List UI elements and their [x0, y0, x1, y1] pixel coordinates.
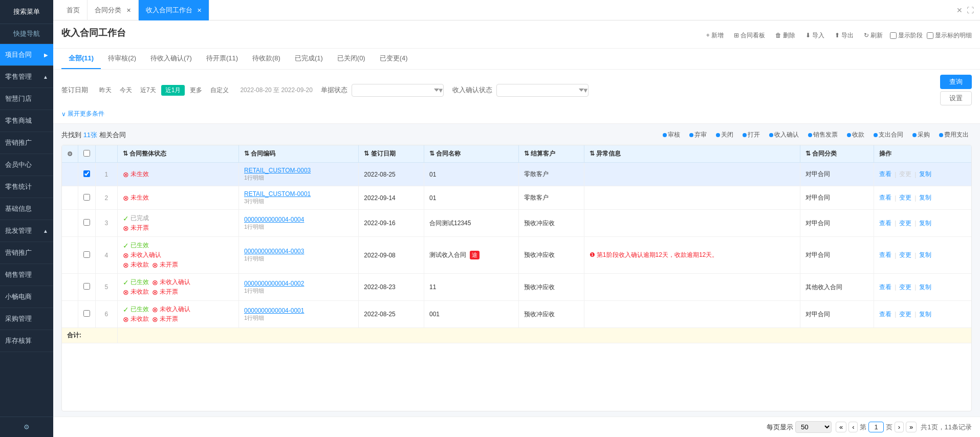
- view-button[interactable]: 查看: [879, 193, 891, 202]
- sidebar-item-retail-stats[interactable]: 零售统计: [0, 176, 53, 198]
- sidebar-item-xiaochang[interactable]: 小畅电商: [0, 286, 53, 308]
- filter-tab-closed[interactable]: 已关闭(0): [330, 49, 373, 69]
- change-button[interactable]: 变更: [899, 283, 911, 292]
- sidebar-item-base-info[interactable]: 基础信息: [0, 198, 53, 220]
- date-opt-yesterday[interactable]: 昨天: [96, 85, 115, 96]
- date-opt-last7[interactable]: 近7天: [137, 85, 159, 96]
- filter-tab-all[interactable]: 全部(11): [61, 49, 101, 69]
- expand-conditions-button[interactable]: ∨ 展开更多条件: [61, 110, 972, 118]
- sales-invoice-button[interactable]: 销售发票: [805, 129, 841, 141]
- close-icon[interactable]: ✕: [126, 7, 131, 13]
- copy-button[interactable]: 复制: [919, 310, 931, 319]
- copy-button[interactable]: 复制: [919, 193, 931, 202]
- income-confirm-button[interactable]: 收入确认: [766, 129, 802, 141]
- expense-out-button[interactable]: 费用支出: [936, 129, 972, 141]
- view-button[interactable]: 查看: [879, 219, 891, 228]
- abandon-button[interactable]: 弃审: [686, 129, 710, 141]
- tab-income-workbench[interactable]: 收入合同工作台 ✕: [139, 0, 210, 20]
- change-button[interactable]: 变更: [899, 310, 911, 319]
- contract-code-link[interactable]: RETAIL_CUSTOM-0001: [244, 190, 311, 198]
- open-button[interactable]: 打开: [739, 129, 763, 141]
- sidebar-search[interactable]: 搜索菜单: [0, 0, 53, 24]
- contract-code-link[interactable]: 0000000000004-0001: [244, 307, 304, 314]
- row-checkbox[interactable]: [83, 310, 90, 317]
- copy-button[interactable]: 复制: [919, 219, 931, 228]
- date-opt-today[interactable]: 今天: [117, 85, 135, 96]
- contract-code-link[interactable]: 0000000000004-0002: [244, 280, 304, 287]
- show-detail-checkbox[interactable]: [927, 32, 933, 39]
- view-button[interactable]: 查看: [879, 170, 891, 179]
- change-button[interactable]: 变更: [899, 251, 911, 259]
- date-opt-more[interactable]: 更多: [187, 85, 205, 96]
- date-opt-last1month[interactable]: 近1月: [161, 85, 185, 96]
- select-all-checkbox[interactable]: [83, 150, 90, 157]
- row-checkbox[interactable]: [83, 194, 90, 201]
- page-size-select[interactable]: 50 10 20 100: [795, 421, 832, 433]
- sort-icon[interactable]: ⇅: [364, 150, 369, 157]
- row-checkbox[interactable]: [83, 251, 90, 258]
- sidebar-item-retail-mgmt[interactable]: 零售管理 ▲: [0, 66, 53, 88]
- row-checkbox[interactable]: [83, 219, 90, 226]
- copy-button[interactable]: 复制: [919, 251, 931, 259]
- row-checkbox[interactable]: [83, 283, 90, 290]
- purchase-button[interactable]: 采购: [909, 129, 933, 141]
- contract-code-link[interactable]: 0000000000004-0003: [244, 248, 304, 255]
- filter-tab-pending-confirm[interactable]: 待收入确认(7): [143, 49, 199, 69]
- sidebar-item-marketing2[interactable]: 营销推广: [0, 242, 53, 264]
- show-fields-checkbox[interactable]: [890, 32, 897, 39]
- sidebar-item-retail-shop[interactable]: 零售商城: [0, 110, 53, 132]
- doc-status-select[interactable]: [352, 84, 444, 97]
- delete-button[interactable]: 🗑 删除: [772, 30, 798, 41]
- sidebar-item-inventory[interactable]: 库存核算: [0, 330, 53, 352]
- import-button[interactable]: ⬇ 导入: [802, 30, 827, 41]
- sort-icon[interactable]: ⇅: [244, 150, 249, 157]
- sidebar-settings[interactable]: ⚙: [0, 417, 53, 437]
- sort-icon[interactable]: ⇅: [123, 150, 128, 157]
- sidebar-item-sales-mgmt[interactable]: 销售管理: [0, 264, 53, 286]
- show-detail-checkbox-label[interactable]: 显示标的明细: [927, 31, 972, 40]
- change-button[interactable]: 变更: [899, 219, 911, 228]
- out-contract-button[interactable]: 支出合同: [870, 129, 906, 141]
- add-button[interactable]: + 新增: [703, 30, 727, 41]
- receipt-button[interactable]: 收款: [844, 129, 867, 141]
- filter-tab-pending-invoice[interactable]: 待开票(11): [199, 49, 245, 69]
- filter-tab-pending-receipt[interactable]: 待收款(8): [245, 49, 288, 69]
- maximize-icon[interactable]: ⛶: [967, 6, 974, 14]
- sort-icon[interactable]: ⇅: [590, 150, 595, 157]
- contract-code-link[interactable]: 0000000000004-0004: [244, 216, 304, 223]
- close-window-icon[interactable]: ✕: [956, 6, 963, 14]
- last-page-button[interactable]: »: [906, 422, 917, 432]
- sidebar-item-member[interactable]: 会员中心: [0, 154, 53, 176]
- change-button[interactable]: 变更: [899, 170, 911, 179]
- prev-page-button[interactable]: ‹: [848, 422, 858, 432]
- next-page-button[interactable]: ›: [895, 422, 904, 432]
- setting-button[interactable]: 设置: [940, 91, 972, 105]
- copy-button[interactable]: 复制: [919, 283, 931, 292]
- sort-icon[interactable]: ⇅: [524, 150, 529, 157]
- row-checkbox[interactable]: [83, 170, 90, 177]
- sidebar-item-project[interactable]: 项目合同 ▶: [0, 44, 53, 66]
- sidebar-item-marketing[interactable]: 营销推广: [0, 132, 53, 154]
- date-opt-custom[interactable]: 自定义: [207, 85, 232, 96]
- sort-icon[interactable]: ⇅: [805, 150, 811, 157]
- audit-button[interactable]: 审核: [660, 129, 683, 141]
- contract-code-link[interactable]: RETAIL_CUSTOM-0003: [244, 167, 311, 174]
- filter-tab-pending-review[interactable]: 待审核(2): [101, 49, 143, 69]
- refresh-button[interactable]: ↻ 刷新: [861, 30, 886, 41]
- sidebar-quick-nav[interactable]: 快捷导航: [0, 24, 53, 44]
- close-button[interactable]: 关闭: [713, 129, 736, 141]
- change-button[interactable]: 变更: [899, 193, 911, 202]
- tab-contract-category[interactable]: 合同分类 ✕: [88, 0, 139, 20]
- close-icon[interactable]: ✕: [197, 7, 202, 13]
- filter-tab-completed[interactable]: 已完成(1): [288, 49, 330, 69]
- income-confirm-select[interactable]: [496, 84, 589, 97]
- kanban-button[interactable]: ⊞ 合同看板: [731, 30, 768, 41]
- show-fields-checkbox-label[interactable]: 显示阶段: [890, 31, 923, 40]
- query-button[interactable]: 查询: [940, 75, 972, 89]
- copy-button[interactable]: 复制: [919, 170, 931, 179]
- sidebar-item-smart-store[interactable]: 智慧门店: [0, 88, 53, 110]
- sort-icon[interactable]: ⇅: [429, 150, 434, 157]
- first-page-button[interactable]: «: [836, 422, 846, 432]
- tab-home[interactable]: 首页: [59, 0, 88, 20]
- column-settings-icon[interactable]: ⚙: [62, 145, 78, 163]
